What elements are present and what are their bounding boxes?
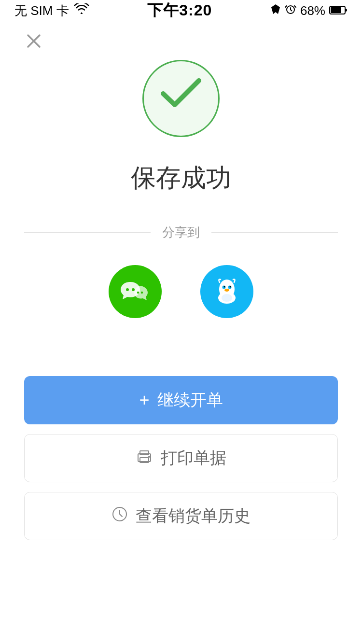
plus-icon: + — [139, 390, 149, 410]
clock-icon — [111, 506, 128, 526]
wifi-icon — [74, 3, 89, 18]
main-content: 保存成功 分享到 — [0, 21, 362, 540]
continue-label: 继续开单 — [157, 389, 223, 411]
svg-point-15 — [224, 289, 229, 292]
qq-share-button[interactable] — [200, 265, 253, 318]
svg-point-17 — [222, 294, 232, 302]
svg-point-13 — [224, 286, 225, 288]
action-buttons: + 继续开单 打印单据 查看销货单历史 — [0, 376, 362, 540]
success-circle — [142, 60, 220, 137]
share-section: 分享到 — [0, 224, 362, 352]
svg-rect-2 — [331, 7, 341, 13]
close-button[interactable] — [19, 27, 48, 56]
svg-point-7 — [132, 288, 135, 291]
divider-line-right — [211, 232, 338, 233]
print-button[interactable]: 打印单据 — [24, 434, 338, 482]
battery-percentage: 68% — [300, 3, 325, 18]
no-sim-label: 无 SIM 卡 — [14, 2, 69, 19]
wechat-share-button[interactable] — [109, 265, 162, 318]
share-icons — [0, 265, 362, 318]
status-left: 无 SIM 卡 — [14, 2, 89, 19]
svg-point-14 — [230, 286, 231, 288]
location-icon — [270, 3, 281, 18]
alarm-icon — [285, 3, 296, 18]
continue-order-button[interactable]: + 继续开单 — [24, 376, 338, 424]
share-divider: 分享到 — [0, 224, 362, 241]
status-bar: 无 SIM 卡 下午3:20 68% — [0, 0, 362, 21]
svg-point-6 — [126, 288, 129, 291]
history-label: 查看销货单历史 — [136, 505, 251, 527]
battery-icon — [329, 3, 348, 18]
history-button[interactable]: 查看销货单历史 — [24, 492, 338, 540]
status-right: 68% — [270, 3, 348, 18]
checkmark-icon — [159, 77, 203, 117]
print-label: 打印单据 — [161, 447, 226, 469]
svg-point-8 — [137, 292, 139, 294]
svg-point-21 — [148, 456, 150, 458]
status-time: 下午3:20 — [147, 0, 212, 21]
printer-icon — [136, 448, 153, 468]
divider-line-left — [24, 232, 151, 233]
svg-point-9 — [141, 292, 143, 294]
divider-text: 分享到 — [151, 224, 211, 241]
success-title: 保存成功 — [131, 161, 231, 195]
